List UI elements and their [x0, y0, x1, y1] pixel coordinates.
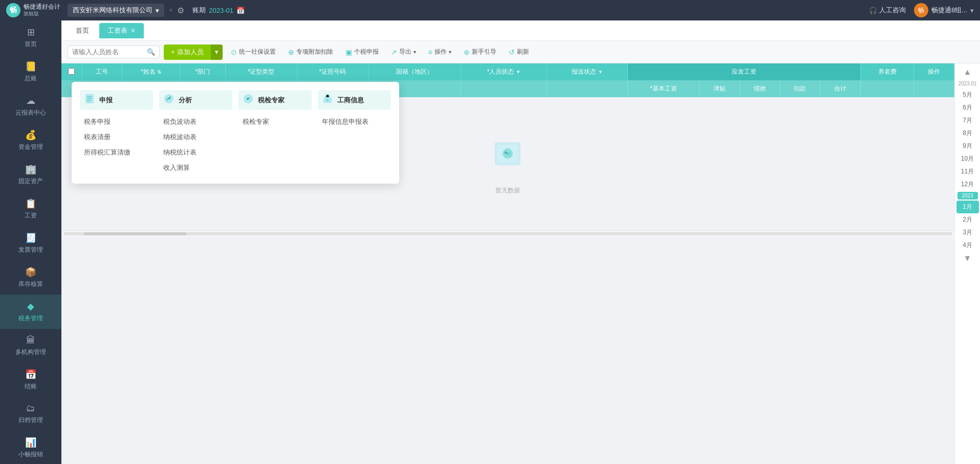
add-person-dropdown-button[interactable]: ▾: [211, 45, 223, 60]
special-deduct-button[interactable]: ⊕ 专项附加扣除: [284, 46, 337, 58]
company-selector[interactable]: 西安虾米网络科技有限公司 ▾: [68, 4, 164, 17]
month-5[interactable]: 5月: [956, 89, 979, 101]
tax-fluctuation-item[interactable]: 税负波动表: [159, 114, 232, 129]
date-nav-up[interactable]: ▲: [962, 65, 974, 79]
tax-expert-item[interactable]: 税检专家: [238, 114, 312, 129]
service-button[interactable]: 🎧 人工咨询: [869, 6, 906, 15]
sidebar-item-ledger[interactable]: 📒 总账: [0, 55, 61, 89]
month-4[interactable]: 4月: [956, 239, 979, 252]
sidebar-item-report[interactable]: 📊 小畅报销: [0, 431, 61, 464]
logo-area: 畅 畅捷通好会计 旗舰版: [6, 3, 68, 17]
sidebar-item-inventory[interactable]: 📦 库存核算: [0, 260, 61, 295]
month-8[interactable]: 8月: [956, 127, 979, 140]
tax-declare-item[interactable]: 税务申报: [80, 114, 153, 129]
add-icon: +: [171, 48, 175, 56]
sidebar-item-cloud[interactable]: ☁ 云报表中心: [0, 89, 61, 123]
search-input[interactable]: [72, 48, 144, 56]
avatar-initial: 畅: [918, 6, 924, 15]
sidebar-item-close[interactable]: 📅 结账: [0, 363, 61, 397]
month-10[interactable]: 10月: [956, 152, 979, 165]
add-company-icon[interactable]: +: [168, 6, 173, 15]
refresh-button[interactable]: ↺ 刷新: [505, 46, 533, 58]
chevron-down-icon: ▾: [156, 7, 159, 14]
th-pension: 养老费: [860, 63, 913, 80]
income-tax-calc-item[interactable]: 所得税汇算清缴: [80, 145, 153, 160]
th-performance: 绩效: [739, 80, 780, 97]
month-6[interactable]: 6月: [956, 101, 979, 114]
tab-close-icon[interactable]: ✕: [130, 27, 136, 34]
payment-fluctuation-item[interactable]: 纳税波动表: [159, 129, 232, 145]
social-security-icon: ⊙: [231, 48, 237, 56]
invoice-icon: 🧾: [25, 232, 36, 244]
svg-point-8: [326, 99, 329, 101]
guide-button[interactable]: ⊛ 新手引导: [460, 46, 500, 58]
funds-icon: 💰: [25, 129, 36, 141]
tax-dropdown-menu: 申报 税务申报 税表清册 所得税汇算清缴 分析 税负波动表 纳税波动表 纳税统计…: [72, 82, 399, 184]
sidebar-item-funds[interactable]: 💰 资金管理: [0, 123, 61, 158]
export-label: 导出: [399, 48, 411, 56]
close-period-icon: 📅: [25, 369, 36, 380]
period-value: 2023-01: [209, 7, 233, 14]
operation-button[interactable]: ≡ 操作 ▾: [424, 46, 455, 58]
logo-text-area: 畅捷通好会计 旗舰版: [24, 3, 60, 17]
select-all-checkbox[interactable]: [68, 68, 75, 75]
sidebar-item-multi[interactable]: 🏛 多机构管理: [0, 329, 61, 363]
annual-report-item[interactable]: 年报信息申报表: [318, 114, 391, 129]
date-nav-down[interactable]: ▼: [962, 252, 974, 265]
th-report-status-label: 报送状态: [572, 68, 596, 75]
add-person-button[interactable]: + 添加人员: [164, 45, 211, 60]
app-sub: 旗舰版: [24, 10, 60, 17]
tax-form-item[interactable]: 税表清册: [80, 129, 153, 145]
month-1[interactable]: 1月: [956, 201, 979, 213]
guide-label: 新手引导: [472, 48, 496, 56]
sidebar-item-salary[interactable]: 📋 工资: [0, 192, 61, 226]
scroll-thumb[interactable]: [84, 232, 186, 235]
sidebar-label-tax: 税务管理: [18, 314, 43, 323]
home-icon: ⊞: [27, 27, 35, 38]
month-7[interactable]: 7月: [956, 114, 979, 127]
tab-salary-table[interactable]: 工资表 ✕: [99, 23, 144, 38]
user-avatar-area[interactable]: 畅 畅捷通8组... ▾: [914, 3, 974, 17]
calendar-icon[interactable]: 📅: [236, 7, 245, 14]
settings-icon[interactable]: ⚙: [177, 6, 184, 15]
social-security-button[interactable]: ⊙ 统一社保设置: [227, 46, 280, 58]
income-forecast-item[interactable]: 收入测算: [159, 160, 232, 175]
th-checkbox: [61, 63, 82, 80]
avatar: 畅: [914, 3, 928, 17]
personal-tax-icon: ▣: [345, 48, 352, 56]
month-12[interactable]: 12月: [956, 178, 979, 191]
tab-home[interactable]: 首页: [68, 23, 97, 38]
sidebar-item-assets[interactable]: 🏢 固定资产: [0, 158, 61, 192]
sidebar-label-salary: 工资: [25, 211, 37, 220]
search-wrap: 🔍: [68, 46, 160, 58]
username: 畅捷通8组...: [931, 6, 967, 15]
personal-tax-label: 个税申报: [354, 48, 379, 56]
sort-icon[interactable]: ⇅: [157, 69, 161, 75]
month-9[interactable]: 9月: [956, 140, 979, 152]
tax-stats-item[interactable]: 纳税统计表: [159, 145, 232, 160]
status-filter-icon[interactable]: ▼: [516, 69, 521, 75]
expert-header: 税检专家: [238, 90, 312, 110]
tab-salary-label: 工资表: [107, 26, 127, 35]
report-status-filter-icon[interactable]: ▼: [598, 69, 603, 75]
sidebar-item-tax[interactable]: ◆ 税务管理: [0, 295, 61, 329]
dropdown-grid: 申报 税务申报 税表清册 所得税汇算清缴 分析 税负波动表 纳税波动表 纳税统计…: [80, 90, 391, 175]
sidebar-item-home[interactable]: ⊞ 首页: [0, 20, 61, 55]
month-11[interactable]: 11月: [956, 165, 979, 178]
special-deduct-icon: ⊕: [288, 48, 294, 56]
export-button[interactable]: ↗ 导出 ▾: [387, 46, 420, 58]
sidebar-item-invoice[interactable]: 🧾 发票管理: [0, 226, 61, 260]
year-badge-2023[interactable]: 2023: [957, 192, 978, 200]
multi-icon: 🏛: [26, 335, 35, 346]
expert-icon: [243, 93, 254, 107]
th-status: *人员状态 ▼: [461, 63, 547, 80]
assets-icon: 🏢: [25, 164, 36, 175]
tax-icon: ◆: [27, 301, 34, 312]
business-header: 工商信息: [318, 90, 391, 110]
dropdown-section-expert: 税检专家 税检专家: [238, 90, 312, 175]
th-report-status: 报送状态 ▼: [547, 63, 628, 80]
month-3[interactable]: 3月: [956, 226, 979, 239]
month-2[interactable]: 2月: [956, 213, 979, 226]
personal-tax-button[interactable]: ▣ 个税申报: [341, 46, 383, 58]
sidebar-item-archive[interactable]: 🗂 归档管理: [0, 397, 61, 431]
